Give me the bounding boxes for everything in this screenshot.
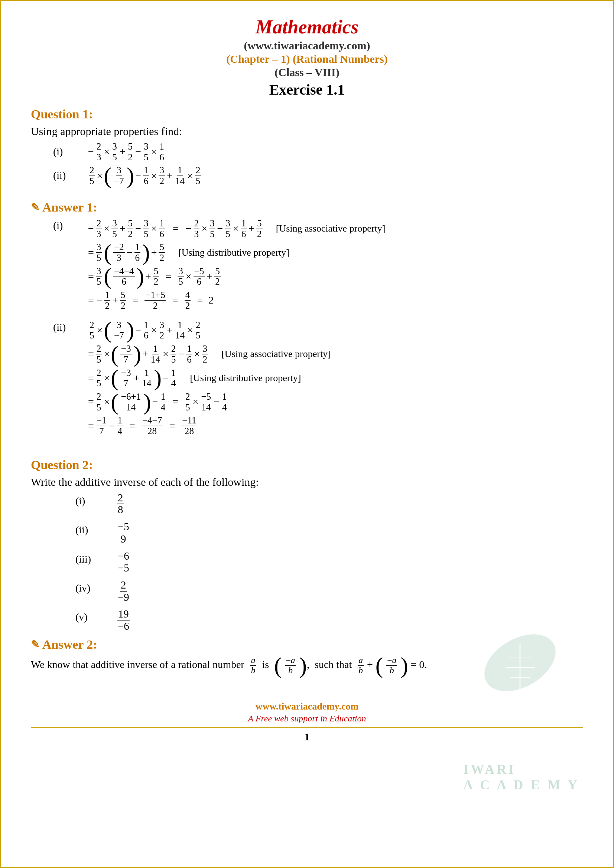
answer2-heading: ✎ Answer 2: [31, 637, 583, 652]
footer-website: www.tiwariacademy.com [31, 701, 583, 712]
page-class: (Class – VIII) [31, 66, 583, 79]
q2-item-v: (v) 19 −6 [75, 608, 583, 632]
page-container: Mathematics (www.tiwariacademy.com) (Cha… [0, 0, 614, 868]
q2-item-iii: (iii) −6 −5 [75, 550, 583, 574]
exercise-title: Exercise 1.1 [31, 81, 583, 98]
page-number: 1 [31, 727, 583, 743]
footer-tagline: A Free web support in Education [31, 714, 583, 724]
a1i-line1: (i) − 23 × 35 + 52 − 35 × 16 = − 23 × 35… [53, 218, 583, 239]
page-subtitle: (www.tiwariacademy.com) [31, 39, 583, 52]
a1ii-line1: (ii) 25 × ( 3−7 ) − 16 × 32 + 114 × 25 [53, 320, 583, 341]
q2-item-ii: (ii) −5 9 [75, 521, 583, 545]
a1ii-line5: = −17 − 14 = −4−728 = −1128 [53, 415, 583, 436]
a1ii-line2: = 25 × ( −37 ) + 114 × 25 − 16 × 32 [Usi… [53, 344, 583, 364]
a1ii-line3: = 25 × ( −37 + 114 ) − 14 [Using distrib… [53, 368, 583, 389]
question2-text: Write the additive inverse of each of th… [31, 476, 583, 488]
a1i-line4: = − 12 + 52 = −1+52 = 42 = 2 [53, 290, 583, 311]
question1-heading: Question 1: [31, 107, 583, 121]
q2-items: (i) 2 8 (ii) −5 9 (iii) −6 −5 (iv) 2 −9 [75, 492, 583, 632]
answer1-heading: ✎ Answer 1: [31, 200, 583, 214]
watermark-text: IWARIA C A D E M Y [463, 761, 580, 793]
page-chapter: (Chapter – 1) (Rational Numbers) [31, 53, 583, 65]
a1ii-line4: = 25 × ( −6+114 ) − 14 = 25 × −514 − 14 [53, 392, 583, 412]
q2-item-iv: (iv) 2 −9 [75, 579, 583, 603]
edit-icon2: ✎ [31, 638, 39, 651]
answer1-block: (i) − 23 × 35 + 52 − 35 × 16 = − 23 × 35… [53, 218, 583, 436]
edit-icon: ✎ [31, 201, 39, 213]
answer2-text: We know that additive inverse of a ratio… [31, 656, 583, 676]
a1i-line3: = 35 ( −4−46 ) + 52 = 35 × −56 + 52 [53, 266, 583, 287]
q1ii-expression: (ii) 25 × ( 3−7 ) − 16 × 32 + 114 × 25 [53, 165, 583, 186]
a1i-line2: = 35 ( −23 − 16 ) + 52 [Using distributi… [53, 242, 583, 263]
question1-text: Using appropriate properties find: [31, 125, 583, 138]
q1i-expression: (i) − 23 × 35 + 52 − 35 × 16 [53, 141, 583, 162]
q1-parts: (i) − 23 × 35 + 52 − 35 × 16 (ii) 25 × (… [53, 141, 583, 186]
question2-heading: Question 2: [31, 458, 583, 472]
q2-item-i: (i) 2 8 [75, 492, 583, 516]
page-title: Mathematics [31, 16, 583, 38]
